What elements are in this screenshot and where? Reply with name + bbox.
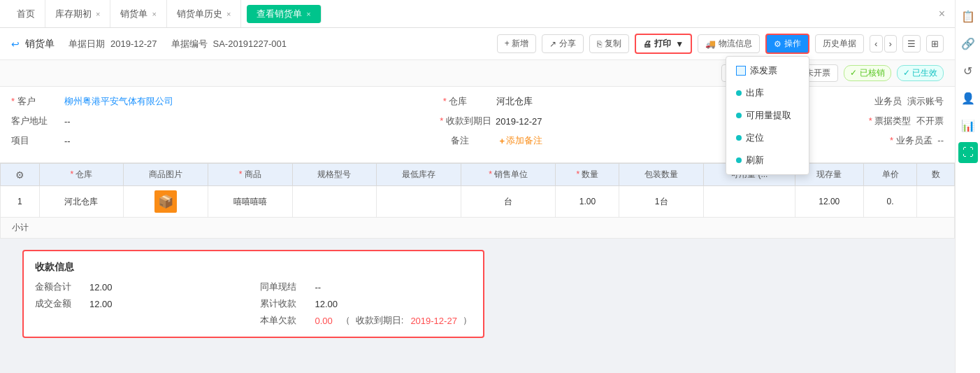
tab-sales-history[interactable]: 销货单历史 × [167, 0, 241, 27]
note-field: 备注 添加备注 [451, 134, 891, 147]
locate-icon [736, 135, 742, 141]
payment-owe-row: 本单欠款 0.00 （ 收款到期日: 2019-12-27 ） [260, 314, 471, 327]
staff-label: 业务员 [874, 96, 902, 106]
this-owe-label: 本单欠款 [260, 314, 309, 327]
doc-type-icon: ↩ [11, 38, 20, 50]
doc-type-label: 销货单 [25, 38, 55, 50]
cell-qty: 1.00 [556, 186, 619, 218]
customer-value[interactable]: 柳州粤港平安气体有限公司 [60, 95, 178, 108]
warehouse-value: 河北仓库 [492, 95, 537, 108]
payment-same-settlement-row: 同单现结 -- [260, 281, 471, 293]
sidebar-icon-doc[interactable]: 📋 [957, 6, 979, 27]
copy-button[interactable]: ⎘ 复制 [589, 34, 629, 53]
col-spec: 规格型号 [292, 164, 377, 186]
doc-number-field: 单据编号 SA-20191227-001 [171, 38, 287, 50]
available-qty-icon [736, 113, 742, 118]
operate-button[interactable]: ⚙ 操作 [765, 34, 809, 54]
staff2-label: 业务员孟 [890, 135, 932, 146]
cell-unit: 台 [461, 186, 556, 218]
window-close-button[interactable]: × [936, 5, 948, 22]
generated-badge: ✓ 已生效 [897, 65, 944, 81]
doc-actions: + 新增 ↗ 分享 ⎘ 复制 🖨 打印 ▼ 🚚 [497, 34, 944, 54]
col-unit: * 销售单位 [461, 164, 556, 186]
logistics-button[interactable]: 🚚 物流信息 [698, 34, 760, 53]
product-table-wrap: ⚙ * 仓库 商品图片 * 商品 规格型号 最低库存 * 销售单位 * 数量 包… [0, 163, 955, 239]
dropdown-locate[interactable]: 定位 [726, 127, 809, 149]
sidebar-icon-user[interactable]: 👤 [957, 87, 979, 109]
sidebar-icon-refresh[interactable]: ↺ [959, 60, 977, 82]
nav-next[interactable]: › [884, 35, 897, 52]
tab-close-history[interactable]: × [226, 10, 231, 18]
customer-field: 客户 柳州粤港平安气体有限公司 [11, 95, 443, 108]
logistics-icon: 🚚 [705, 39, 716, 49]
sidebar-icon-chart[interactable]: 📊 [957, 115, 979, 136]
nav-prev[interactable]: ‹ [870, 35, 882, 52]
history-button[interactable]: 历史单据 [815, 34, 864, 53]
dropdown-refresh[interactable]: 刷新 [726, 149, 809, 171]
print-icon: 🖨 [643, 39, 651, 49]
tab-close-sales[interactable]: × [152, 10, 156, 18]
col-image: 商品图片 [124, 164, 208, 186]
check-icon: ✓ [850, 68, 857, 78]
payment-total-row: 金额合计 12.00 [35, 281, 246, 293]
sidebar-icon-expand[interactable]: ⛶ [958, 142, 978, 163]
sidebar-icon-link[interactable]: 🔗 [957, 33, 979, 55]
cell-index: 1 [1, 186, 40, 218]
cell-warehouse: 河北仓库 [39, 186, 124, 218]
ticket-field: 票据类型 不开票 [869, 115, 944, 127]
dropdown-add-invoice[interactable]: 添发票 [726, 59, 809, 82]
warehouse-field: 仓库 河北仓库 [443, 95, 875, 108]
col-gear[interactable]: ⚙ [1, 164, 40, 186]
payment-transaction-row: 成交金额 12.00 [35, 297, 246, 310]
product-image: 📦 [154, 190, 177, 213]
transaction-label: 成交金额 [35, 297, 84, 310]
doc-meta: 单据日期 2019-12-27 单据编号 SA-20191227-001 [69, 38, 287, 50]
share-button[interactable]: ↗ 分享 [542, 34, 584, 53]
staff-value: 演示账号 [907, 96, 944, 106]
cell-current-stock: 12.00 [795, 186, 863, 218]
warehouse-label: 仓库 [443, 95, 492, 108]
tab-home[interactable]: 首页 [7, 0, 45, 27]
payment-grid: 金额合计 12.00 同单现结 -- 成交金额 12.00 累计收款 12.00 [35, 281, 472, 327]
gear-icon: ⚙ [15, 169, 24, 181]
table-header-row: ⚙ * 仓库 商品图片 * 商品 规格型号 最低库存 * 销售单位 * 数量 包… [1, 164, 955, 186]
operate-icon: ⚙ [774, 39, 781, 49]
staff2-field: 业务员孟 -- [890, 134, 944, 147]
print-button[interactable]: 🖨 打印 ▼ [635, 34, 692, 54]
product-table: ⚙ * 仓库 商品图片 * 商品 规格型号 最低库存 * 销售单位 * 数量 包… [0, 163, 955, 239]
customer-label: 客户 [11, 95, 60, 108]
col-amount: 数 [917, 164, 955, 186]
tab-sales[interactable]: 销货单 × [110, 0, 166, 27]
doc-header: ↩ 销货单 单据日期 2019-12-27 单据编号 SA-20191227-0… [0, 28, 955, 60]
tab-close-view[interactable]: × [306, 10, 310, 18]
add-invoice-icon [736, 66, 746, 76]
payment-section: 收款信息 金额合计 12.00 同单现结 -- 成交金额 12.00 [22, 250, 484, 338]
grid-view-button[interactable]: ⊞ [926, 35, 944, 52]
tab-inventory[interactable]: 库存期初 × [45, 0, 110, 27]
same-settlement-label: 同单现结 [260, 281, 309, 293]
table-subtotal-row: 小计 [1, 218, 955, 239]
payment-cumulative-row: 累计收款 12.00 [260, 297, 471, 310]
dropdown-available-qty[interactable]: 可用量提取 [726, 104, 809, 127]
tab-view-sales[interactable]: 查看销货单 × [247, 5, 321, 23]
tab-bar-right: × [936, 8, 948, 20]
payment-title: 收款信息 [35, 261, 472, 274]
col-min-stock: 最低库存 [377, 164, 461, 186]
doc-title: ↩ 销货单 [11, 38, 55, 50]
address-value: -- [60, 116, 75, 127]
this-owe-value: 0.00 [315, 316, 332, 326]
ticket-label: 票据类型 [869, 115, 911, 126]
cell-image: 📦 [124, 186, 208, 218]
outbound-icon [736, 90, 742, 96]
new-button[interactable]: + 新增 [497, 34, 536, 53]
operate-container: ⚙ 操作 添发票 出库 [765, 34, 809, 54]
address-field: 客户地址 -- [11, 115, 440, 127]
dropdown-outbound[interactable]: 出库 [726, 82, 809, 104]
ticket-value: 不开票 [916, 115, 944, 126]
list-view-button[interactable]: ☰ [902, 35, 921, 52]
staff-field: 业务员 演示账号 [874, 95, 944, 108]
tab-close-inventory[interactable]: × [96, 10, 100, 18]
add-note-button[interactable]: 添加备注 [500, 134, 543, 147]
copy-icon: ⎘ [597, 39, 602, 49]
cumulative-value: 12.00 [315, 299, 338, 309]
